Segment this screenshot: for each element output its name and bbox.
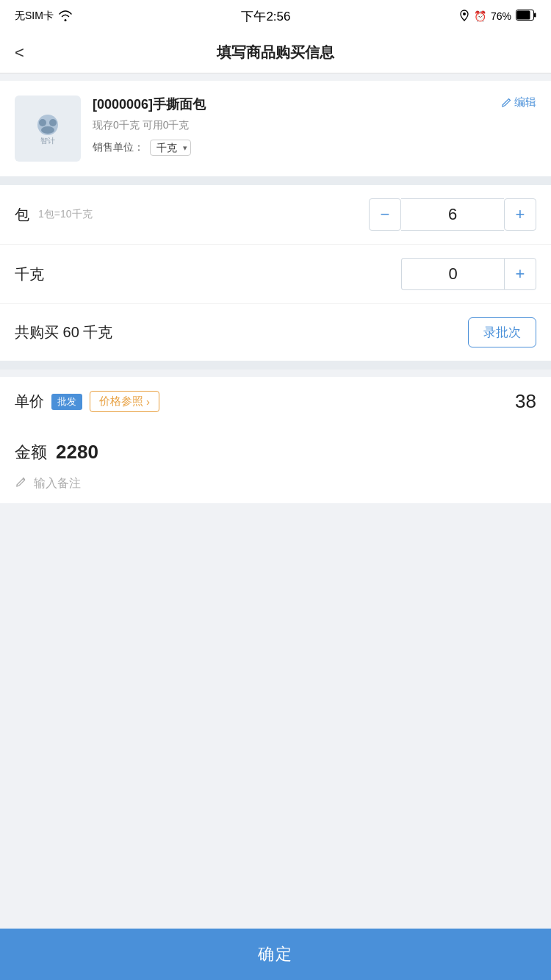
total-row: 共购买 60 千克 录批次 xyxy=(0,304,551,361)
section-divider-1 xyxy=(0,176,551,185)
svg-text:智计: 智计 xyxy=(40,137,55,145)
battery-text: 76% xyxy=(491,10,511,22)
status-left: 无SIM卡 xyxy=(15,10,73,24)
price-section: 单价 批发 价格参照 › 38 xyxy=(0,377,551,426)
nav-bar: < 填写商品购买信息 xyxy=(0,32,551,73)
amount-section: 金额 2280 输入备注 xyxy=(0,426,551,503)
quantity-row-kg: 千克 + xyxy=(0,245,551,304)
increase-kg-button[interactable]: + xyxy=(504,258,536,290)
svg-point-7 xyxy=(41,126,54,134)
price-ref-button[interactable]: 价格参照 › xyxy=(90,391,159,412)
note-row[interactable]: 输入备注 xyxy=(15,475,536,491)
unit-select-wrapper[interactable]: 千克 xyxy=(150,140,191,156)
quantity-label-kg: 千克 xyxy=(15,264,44,284)
quantity-kg-input[interactable] xyxy=(401,258,504,290)
location-icon xyxy=(459,10,469,24)
status-time: 下午2:56 xyxy=(241,8,290,25)
svg-point-6 xyxy=(49,119,57,126)
carrier-text: 无SIM卡 xyxy=(15,10,54,23)
amount-row: 金额 2280 xyxy=(15,441,536,464)
price-tag: 批发 xyxy=(51,394,82,410)
unit-label: 销售单位： xyxy=(93,141,144,154)
edit-button[interactable]: 编辑 xyxy=(501,96,536,109)
alarm-icon: ⏰ xyxy=(474,10,486,22)
product-info: [0000006]手撕面包 现存0千克 可用0千克 销售单位： 千克 xyxy=(93,96,536,156)
quantity-hint-bao: 1包=10千克 xyxy=(38,208,93,221)
price-label: 单价 xyxy=(15,392,44,411)
svg-rect-3 xyxy=(516,11,530,20)
total-label: 共购买 60 千克 xyxy=(15,323,112,342)
bottom-area xyxy=(0,503,551,753)
product-image: 智计 xyxy=(15,96,81,162)
unit-select[interactable]: 千克 xyxy=(150,140,191,156)
decrease-bao-button[interactable]: − xyxy=(369,198,401,231)
quantity-control-bao: − + xyxy=(369,198,536,231)
section-divider-2 xyxy=(0,361,551,370)
amount-value: 2280 xyxy=(56,441,98,464)
quantity-bao-input[interactable] xyxy=(401,198,504,231)
quantity-label-bao: 包 1包=10千克 xyxy=(15,205,93,225)
product-card: 智计 [0000006]手撕面包 现存0千克 可用0千克 销售单位： 千克 编辑 xyxy=(0,81,551,176)
quantity-control-kg: + xyxy=(401,258,536,290)
status-right: ⏰ 76% xyxy=(459,10,536,24)
price-value: 38 xyxy=(515,390,536,413)
battery-icon xyxy=(516,10,536,23)
product-name: [0000006]手撕面包 xyxy=(93,96,536,113)
svg-point-5 xyxy=(39,119,46,126)
quantity-section: 包 1包=10千克 − + 千克 + xyxy=(0,185,551,304)
status-bar: 无SIM卡 下午2:56 ⏰ 76% xyxy=(0,0,551,32)
note-placeholder[interactable]: 输入备注 xyxy=(34,476,81,491)
svg-point-0 xyxy=(463,12,466,15)
increase-bao-button[interactable]: + xyxy=(504,198,536,231)
price-left: 单价 批发 价格参照 › xyxy=(15,391,159,412)
product-stock: 现存0千克 可用0千克 xyxy=(93,119,536,132)
confirm-button[interactable]: 确定 xyxy=(0,929,551,980)
wifi-icon xyxy=(58,10,73,24)
amount-label: 金额 xyxy=(15,442,47,464)
product-unit-row: 销售单位： 千克 xyxy=(93,140,536,156)
batch-button[interactable]: 录批次 xyxy=(468,317,536,347)
svg-rect-2 xyxy=(534,13,536,18)
back-button[interactable]: < xyxy=(15,43,24,62)
price-row: 单价 批发 价格参照 › 38 xyxy=(15,390,536,413)
page-title: 填写商品购买信息 xyxy=(217,43,334,62)
quantity-row-bao: 包 1包=10千克 − + xyxy=(0,185,551,245)
pencil-icon xyxy=(15,475,28,491)
